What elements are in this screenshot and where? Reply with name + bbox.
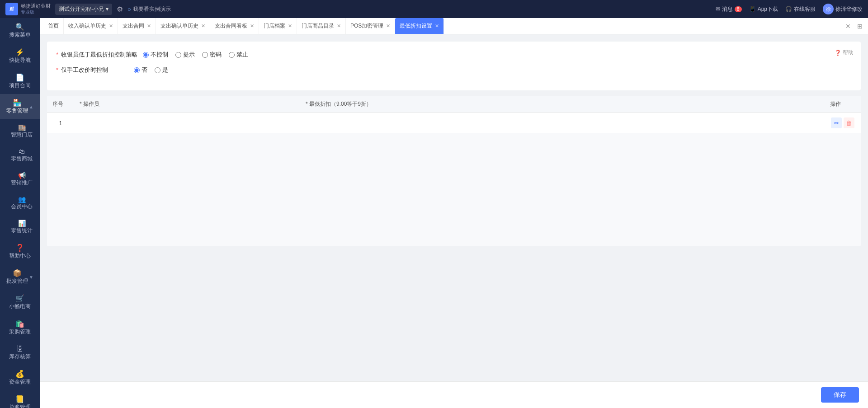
- sidebar-item-search[interactable]: 🔍 搜索菜单: [0, 18, 40, 43]
- sidebar-item-capital[interactable]: 💰 资金管理: [0, 365, 40, 390]
- tab-close-payconfirm[interactable]: ✕: [201, 23, 205, 29]
- purchase-icon: 🛍️: [2, 319, 38, 328]
- sidebar: 🔍 搜索菜单 ⚡ 快捷导航 📄 项目合同 🏪 零售管理 ▲ 🏬 智慧门店 🛍 零…: [0, 18, 40, 408]
- policy-option-password[interactable]: 密码: [202, 51, 222, 59]
- help-icon: ❓: [2, 244, 38, 252]
- policy-option-remind[interactable]: 提示: [175, 51, 195, 59]
- tab-close-pos[interactable]: ✕: [386, 23, 390, 29]
- sidebar-item-smart-store[interactable]: 🏬 智慧门店: [0, 119, 40, 143]
- help-link[interactable]: ❓ 帮助: [835, 49, 854, 56]
- marketing-icon: 📢: [5, 172, 38, 179]
- manual-row: * 仅手工改价时控制 否 是: [56, 66, 852, 74]
- page-content: ❓ 帮助 * 收银员低于最低折扣控制策略 不控制: [40, 34, 868, 381]
- col-header-action: 操作: [825, 96, 861, 113]
- sidebar-item-retail-mgmt[interactable]: 🏪 零售管理 ▲: [0, 94, 40, 119]
- sidebar-item-retail-mall[interactable]: 🛍 零售商城: [0, 143, 40, 167]
- sidebar-item-label-purchase: 采购管理: [2, 328, 38, 336]
- smart-store-icon: 🏬: [5, 124, 38, 131]
- tab-close-storefile[interactable]: ✕: [288, 23, 292, 29]
- tab-label-mindiscount: 最低折扣设置: [400, 22, 432, 30]
- policy-label: * 收银员低于最低折扣控制策略: [56, 51, 137, 59]
- tab-pos-password[interactable]: POS加密管理 ✕: [346, 18, 395, 34]
- tab-label-home: 首页: [48, 22, 59, 30]
- tab-store-file[interactable]: 门店档案 ✕: [259, 18, 297, 34]
- sidebar-item-label-mall: 零售商城: [5, 155, 38, 163]
- sidebar-item-label-smart: 智慧门店: [5, 131, 38, 139]
- sidebar-item-purchase[interactable]: 🛍️ 采购管理: [0, 315, 40, 340]
- customer-service-action[interactable]: 🎧 在线客服: [785, 5, 816, 13]
- policy-label-password: 密码: [210, 51, 222, 59]
- policy-label-remind: 提示: [183, 51, 195, 59]
- policy-label-no-control: 不控制: [151, 51, 168, 59]
- project-name: 测试分开完程-小兄: [59, 5, 104, 13]
- manual-radio-group: 否 是: [134, 66, 168, 74]
- manual-radio-yes[interactable]: [155, 67, 160, 73]
- sidebar-item-member[interactable]: 👥 会员中心: [0, 191, 40, 215]
- manual-option-no[interactable]: 否: [134, 66, 147, 74]
- cell-action-1: ✏ 🗑: [825, 113, 861, 133]
- retail-icon: 🏪: [6, 98, 28, 107]
- manual-label: * 仅手工改价时控制: [56, 66, 128, 74]
- demo-link[interactable]: ○ 我要看实例演示: [127, 5, 171, 13]
- tab-min-discount[interactable]: 最低折扣设置 ✕: [395, 18, 444, 34]
- message-badge: 8: [735, 6, 742, 12]
- tab-close-mindiscount[interactable]: ✕: [435, 23, 439, 29]
- batch-arrow-icon: ▼: [29, 275, 33, 280]
- tab-more[interactable]: ⊞: [855, 22, 864, 31]
- policy-radio-no-control[interactable]: [143, 52, 149, 58]
- policy-option-no-control[interactable]: 不控制: [143, 51, 168, 59]
- retail-arrow-icon: ▲: [29, 104, 33, 109]
- user-menu[interactable]: 徐 徐泽华修改: [823, 4, 863, 14]
- manual-label-no: 否: [142, 66, 147, 74]
- sidebar-item-help[interactable]: ❓ 帮助中心: [0, 239, 40, 264]
- logo-line1: 畅捷通好业财: [21, 3, 51, 9]
- save-button[interactable]: 保存: [821, 387, 859, 403]
- sidebar-item-project-contract[interactable]: 📄 项目合同: [0, 69, 40, 94]
- policy-option-forbid[interactable]: 禁止: [229, 51, 248, 59]
- settings-button[interactable]: ⚙: [117, 5, 123, 14]
- policy-radio-remind[interactable]: [175, 52, 181, 58]
- sidebar-item-label-help: 帮助中心: [2, 252, 38, 260]
- sidebar-item-ecommerce[interactable]: 🛒 小畅电商: [0, 290, 40, 315]
- table-empty-area: [47, 133, 861, 246]
- form-card: ❓ 帮助 * 收银员低于最低折扣控制策略 不控制: [47, 42, 861, 90]
- sidebar-item-label-member: 会员中心: [5, 203, 38, 211]
- sidebar-item-marketing[interactable]: 📢 营销推广: [0, 167, 40, 191]
- manual-option-yes[interactable]: 是: [155, 66, 168, 74]
- message-action[interactable]: ✉ 消息 8: [716, 5, 742, 13]
- tab-close-storeproducts[interactable]: ✕: [337, 23, 341, 29]
- sidebar-item-ledger[interactable]: 📒 总账管理: [0, 390, 40, 408]
- sidebar-item-batch[interactable]: 📦 批发管理 ▼: [0, 264, 40, 290]
- tab-close-payboard[interactable]: ✕: [250, 23, 254, 29]
- tab-store-products[interactable]: 门店商品目录 ✕: [297, 18, 346, 34]
- avatar: 徐: [823, 4, 834, 14]
- policy-radio-password[interactable]: [202, 52, 208, 58]
- cell-operator-1: [74, 113, 300, 133]
- tab-close-all[interactable]: ✕: [844, 22, 853, 31]
- sidebar-item-inventory[interactable]: 🗄 库存核算: [0, 340, 40, 365]
- sidebar-item-retail-stats[interactable]: 📊 零售统计: [0, 215, 40, 239]
- edit-button-1[interactable]: ✏: [831, 117, 842, 128]
- policy-radio-forbid[interactable]: [229, 52, 235, 58]
- topbar-right: ✉ 消息 8 📱 App下载 🎧 在线客服 徐 徐泽华修改: [716, 4, 863, 14]
- tab-payment-board[interactable]: 支出合同看板 ✕: [210, 18, 259, 34]
- sidebar-item-shortcut[interactable]: ⚡ 快捷导航: [0, 43, 40, 69]
- manual-radio-no[interactable]: [134, 67, 140, 73]
- app-download-action[interactable]: 📱 App下载: [749, 5, 778, 13]
- delete-button-1[interactable]: 🗑: [844, 117, 854, 128]
- tab-close-payment[interactable]: ✕: [147, 23, 151, 29]
- project-selector[interactable]: 测试分开完程-小兄 ▾: [55, 4, 112, 15]
- tab-payment-contract[interactable]: 支出合同 ✕: [118, 18, 156, 34]
- sidebar-item-label-shortcut: 快捷导航: [2, 56, 38, 64]
- col-header-discount: * 最低折扣（9.00等于9折）: [300, 96, 825, 113]
- tab-close-income[interactable]: ✕: [109, 23, 113, 29]
- tab-home[interactable]: 首页: [43, 18, 64, 34]
- required-star-policy: *: [56, 51, 58, 58]
- table-head: 序号 * 操作员 * 最低折扣（9.00等于9折） 操作: [47, 96, 861, 113]
- topbar: 财 畅捷通好业财 专业版 测试分开完程-小兄 ▾ ⚙ ○ 我要看实例演示 ✉ 消…: [0, 0, 868, 18]
- tab-label-income: 收入确认单历史: [68, 22, 106, 30]
- tab-income-confirm[interactable]: 收入确认单历史 ✕: [64, 18, 118, 34]
- tab-payment-confirm[interactable]: 支出确认单历史 ✕: [156, 18, 210, 34]
- sidebar-item-label-inventory: 库存核算: [2, 353, 38, 361]
- capital-icon: 💰: [2, 370, 38, 378]
